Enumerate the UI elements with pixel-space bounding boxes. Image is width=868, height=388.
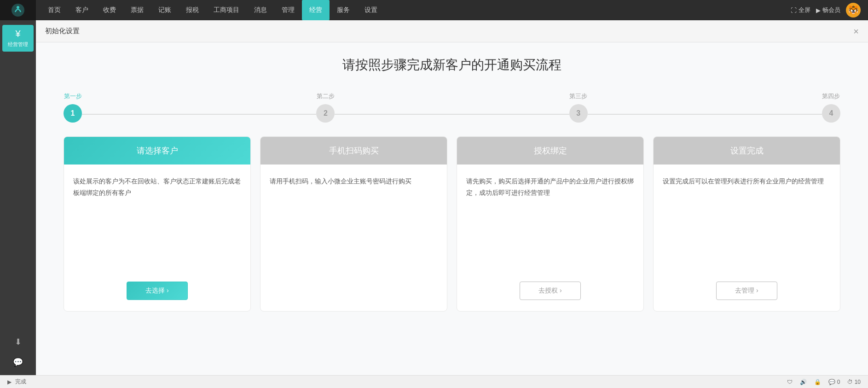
page-header: 初始化设置 × <box>36 20 868 42</box>
step-4-label: 第四步 <box>822 92 840 100</box>
go-select-button[interactable]: 去选择 › <box>127 282 188 300</box>
nav-item-tax[interactable]: 报税 <box>179 0 206 20</box>
step-3-wrapper: 第三步 3 <box>569 92 588 123</box>
step-4-wrapper: 第四步 4 <box>822 92 840 123</box>
card-1-header: 请选择客户 <box>64 137 250 165</box>
nav-item-operation[interactable]: 经营 <box>302 0 330 20</box>
card-4-footer: 去管理 › <box>654 274 840 311</box>
card-1-footer: 去选择 › <box>64 274 250 311</box>
main-layout: ¥ 经营管理 ⬇ 💬 初始化设置 × 请按照步骤完成新客户的开通购买流程 第一步… <box>0 20 868 375</box>
fullscreen-label: 全屏 <box>799 6 810 14</box>
card-step4: 设置完成 设置完成后可以在管理列表进行所有企业用户的经营管理 去管理 › <box>653 136 840 312</box>
download-icon: ⬇ <box>15 337 22 347</box>
step-1-label: 第一步 <box>64 92 82 100</box>
step-2-wrapper: 第二步 2 <box>316 92 335 123</box>
card-step1: 请选择客户 该处展示的客户为不在回收站、客户状态正常建账后完成老板端绑定的所有客… <box>64 136 251 312</box>
nav-item-accounting[interactable]: 记账 <box>151 0 179 20</box>
shield-icon: 🛡 <box>787 379 793 385</box>
step-connector-1 <box>82 114 316 115</box>
download-button[interactable]: ⬇ <box>2 334 34 350</box>
nav-item-home[interactable]: 首页 <box>41 0 68 20</box>
nav-item-manage[interactable]: 管理 <box>274 0 302 20</box>
step-connector-2 <box>335 114 569 115</box>
vip-label: 畅会员 <box>822 6 840 14</box>
yuan-icon: ¥ <box>15 29 20 39</box>
card-2-body: 请用手机扫码，输入小微企业主账号密码进行购买 <box>260 165 447 293</box>
card-step2: 手机扫码购买 请用手机扫码，输入小微企业主账号密码进行购买 <box>260 136 447 312</box>
nav-item-business[interactable]: 工商项目 <box>206 0 247 20</box>
nav-right: ⛶ 全屏 ▶ 畅会员 🐯 <box>791 3 868 18</box>
card-2-footer <box>260 293 447 311</box>
svg-point-1 <box>17 6 19 9</box>
nav-item-settings[interactable]: 设置 <box>357 0 385 20</box>
play-status-icon: ▶ <box>7 379 12 385</box>
nav-items: 首页 客户 收费 票据 记账 报税 工商项目 消息 管理 经营 服务 设置 <box>36 0 791 20</box>
vip-button[interactable]: ▶ 畅会员 <box>816 6 840 14</box>
card-3-footer: 去授权 › <box>457 274 643 311</box>
setup-main-title: 请按照步骤完成新客户的开通购买流程 <box>64 56 840 74</box>
message-count: 💬 0 <box>828 379 840 385</box>
status-right: 🛡 🔊 🔒 💬 0 ⏱ 10 <box>787 379 861 385</box>
close-button[interactable]: × <box>853 27 859 36</box>
sidebar-bottom: ⬇ 💬 <box>2 334 34 375</box>
steps-progress: 第一步 1 第二步 2 第三步 3 第四步 4 <box>64 92 840 123</box>
card-2-header: 手机扫码购买 <box>260 137 447 165</box>
card-3-header: 授权绑定 <box>457 137 643 165</box>
go-authorize-button[interactable]: 去授权 › <box>520 282 581 300</box>
step-3-circle: 3 <box>569 104 588 123</box>
nav-item-invoice[interactable]: 票据 <box>123 0 151 20</box>
support-button[interactable]: 💬 <box>2 354 34 370</box>
main-content: 初始化设置 × 请按照步骤完成新客户的开通购买流程 第一步 1 第二步 2 第三… <box>36 20 868 375</box>
avatar[interactable]: 🐯 <box>846 3 861 18</box>
go-manage-button[interactable]: 去管理 › <box>716 282 777 300</box>
step-2-circle: 2 <box>316 104 335 123</box>
card-3-body: 请先购买，购买后选择开通的产品中的企业用户进行授权绑定，成功后即可进行经营管理 <box>457 165 643 274</box>
lock-icon: 🔒 <box>814 379 821 385</box>
support-icon: 💬 <box>13 357 23 367</box>
status-left: ▶ 完成 <box>7 378 26 386</box>
nav-item-customers[interactable]: 客户 <box>68 0 96 20</box>
nav-item-service[interactable]: 服务 <box>330 0 357 20</box>
card-4-header: 设置完成 <box>654 137 840 165</box>
svg-point-0 <box>12 4 24 17</box>
step-4-circle: 4 <box>822 104 840 123</box>
status-bar: ▶ 完成 🛡 🔊 🔒 💬 0 ⏱ 10 <box>0 375 868 388</box>
page-title: 初始化设置 <box>45 27 80 35</box>
cards-container: 请选择客户 该处展示的客户为不在回收站、客户状态正常建账后完成老板端绑定的所有客… <box>64 136 840 312</box>
status-text: 完成 <box>15 378 26 386</box>
timer-count: ⏱ 10 <box>847 379 861 385</box>
play-icon: ▶ <box>816 7 821 14</box>
step-1-circle: 1 <box>64 104 82 123</box>
card-step3: 授权绑定 请先购买，购买后选择开通的产品中的企业用户进行授权绑定，成功后即可进行… <box>457 136 644 312</box>
app-logo-icon <box>11 3 25 18</box>
volume-icon: 🔊 <box>800 379 807 385</box>
logo-area <box>0 0 36 20</box>
step-3-label: 第三步 <box>569 92 587 100</box>
sidebar-item-operation[interactable]: ¥ 经营管理 <box>2 25 34 52</box>
nav-item-billing[interactable]: 收费 <box>96 0 123 20</box>
sidebar-item-label: 经营管理 <box>8 41 28 48</box>
card-1-body: 该处展示的客户为不在回收站、客户状态正常建账后完成老板端绑定的所有客户 <box>64 165 250 274</box>
nav-item-message[interactable]: 消息 <box>247 0 274 20</box>
step-connector-3 <box>588 114 822 115</box>
step-1-wrapper: 第一步 1 <box>64 92 82 123</box>
fullscreen-button[interactable]: ⛶ 全屏 <box>791 6 810 14</box>
top-navigation: 首页 客户 收费 票据 记账 报税 工商项目 消息 管理 经营 服务 设置 ⛶ … <box>0 0 868 20</box>
step-2-label: 第二步 <box>317 92 335 100</box>
sidebar: ¥ 经营管理 ⬇ 💬 <box>0 20 36 375</box>
fullscreen-icon: ⛶ <box>791 7 797 14</box>
setup-content: 请按照步骤完成新客户的开通购买流程 第一步 1 第二步 2 第三步 3 <box>36 42 868 375</box>
card-4-body: 设置完成后可以在管理列表进行所有企业用户的经营管理 <box>654 165 840 274</box>
